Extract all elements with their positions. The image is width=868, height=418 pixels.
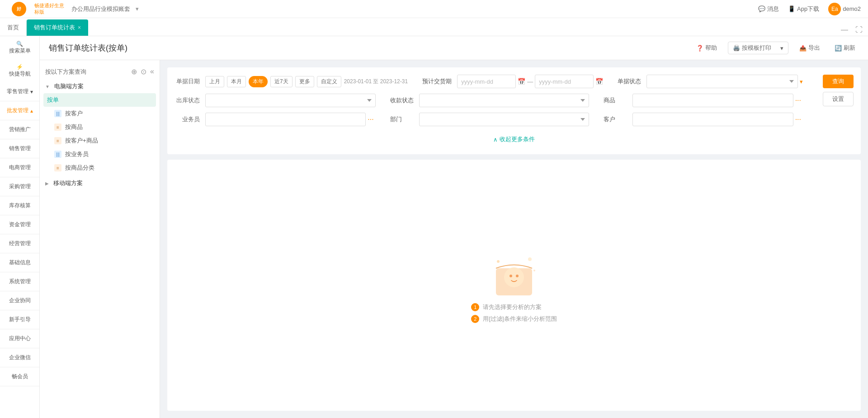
pc-scheme-label: 电脑端方案 [54,82,84,90]
goods-input[interactable] [632,94,793,107]
sidebar-retail-label: 零售管理 [7,88,28,95]
svg-point-6 [533,270,535,271]
svg-point-3 [516,275,519,277]
more-btn[interactable]: 更多 [295,76,314,87]
top-bar-right: 💬 消息 📱 App下载 Ea demo2 [758,3,861,15]
delivery-status-select[interactable] [205,94,376,107]
sidebar-inventory-label: 库存核算 [4,202,36,209]
status-select[interactable] [646,75,798,88]
svg-point-2 [509,275,512,277]
sidebar-item-quick-nav[interactable]: ⚡ 快捷导航 [0,59,39,82]
sidebar-operations-label: 经营管理 [4,240,36,247]
calendar-start-icon[interactable]: 📅 [518,78,525,85]
collapse-panel-icon[interactable]: « [150,67,154,76]
app-name-dropdown-icon[interactable]: ▾ [136,5,139,12]
sidebar-item-retail[interactable]: 零售管理 ▾ [0,82,39,101]
empty-hint-1: 1 请先选择要分析的方案 [471,303,557,311]
hint-num-1: 1 [471,303,479,311]
date-separator: — [527,78,533,85]
sidebar-item-ecommerce[interactable]: 电商管理 [0,158,39,177]
tab-home[interactable]: 首页 [0,19,27,36]
export-button[interactable]: 📤 导出 [796,42,824,54]
pc-scheme-title[interactable]: ▼ 电脑端方案 [40,80,160,93]
tab-active[interactable]: 销售订单统计表 × [27,19,88,36]
sidebar-item-enterprise[interactable]: 企业协同 [0,291,39,310]
sidebar-wholesale-label: 批发管理 [7,107,28,114]
curr-month-btn[interactable]: 本月 [227,76,246,87]
sidebar-item-member[interactable]: 畅会员 [0,367,39,386]
sidebar-item-wholesale[interactable]: 批发管理 ▴ [0,101,39,120]
goods-wrap: ··· [632,94,803,107]
analysis-panel-header: 按以下方案查询 ⊕ ⊙ « [40,66,160,80]
sidebar-item-system[interactable]: 系统管理 [0,272,39,291]
department-select[interactable] [419,113,590,126]
status-dropdown-icon[interactable]: ▾ [800,78,803,85]
sidebar-item-wechat[interactable]: 企业微信 [0,348,39,367]
active-scheme[interactable]: 按单 [43,93,156,107]
add-scheme-icon[interactable]: ⊕ [131,67,137,76]
this-year-btn[interactable]: 本年 [249,76,268,87]
sidebar-item-apps[interactable]: 应用中心 [0,329,39,348]
settings-button[interactable]: 设置 [823,92,854,106]
sidebar-item-tutorial[interactable]: 新手引导 [0,310,39,329]
expected-date-end[interactable] [535,75,594,88]
sidebar-enterprise-label: 企业协同 [4,297,36,304]
prev-month-btn[interactable]: 上月 [205,76,224,87]
customer-input[interactable] [632,113,793,126]
settings-scheme-icon[interactable]: ⊙ [141,67,146,76]
scheme-item-customer-goods[interactable]: ≡ 按客户+商品 [40,134,160,147]
scheme-goods-category-label: 按商品分类 [65,164,94,172]
user-menu[interactable]: Ea demo2 [828,3,861,15]
scheme-item-salesperson[interactable]: ||| 按业务员 [40,147,160,161]
query-button[interactable]: 查询 [823,75,854,88]
filter-area: 单据日期 上月 本月 本年 近7天 更多 自定义 2023-01-01 至 20… [167,67,861,154]
mobile-scheme-title[interactable]: ▶ 移动端方案 [40,176,160,190]
sidebar-item-operations[interactable]: 经营管理 [0,234,39,253]
page-title: 销售订单统计表(按单) [49,43,127,53]
refresh-button[interactable]: 🔄 刷新 [831,42,859,54]
status-select-wrap: ▾ [646,75,803,88]
sidebar-finance-label: 资金管理 [4,221,36,228]
sidebar-item-finance[interactable]: 资金管理 [0,215,39,234]
filter-row-1: 单据日期 上月 本月 本年 近7天 更多 自定义 2023-01-01 至 20… [175,75,854,88]
hint-text-1: 请先选择要分析的方案 [483,303,542,311]
print-dropdown-icon[interactable]: ▾ [776,43,788,53]
main-layout: 🔍 搜索菜单 ⚡ 快捷导航 零售管理 ▾ 批发管理 ▴ 营销推广 销售管理 电商… [0,36,868,418]
tab-minimize-icon[interactable]: — [839,24,850,36]
scheme-item-goods[interactable]: ≡ 按商品 [40,120,160,134]
sidebar-item-marketing[interactable]: 营销推广 [0,120,39,139]
scheme-goods-label: 按商品 [65,123,83,131]
help-button[interactable]: ❓ 帮助 [693,42,721,54]
message-button[interactable]: 💬 消息 [758,5,779,13]
custom-btn[interactable]: 自定义 [317,76,341,87]
print-button[interactable]: 🖨️ 按模板打印 [728,42,776,54]
scheme-item-goods-category[interactable]: ≡ 按商品分类 [40,161,160,175]
date-range-text: 2023-01-01 至 2023-12-31 [344,78,408,86]
download-icon: 📱 [788,5,795,12]
customer-more-btn[interactable]: ··· [793,115,803,124]
sidebar-item-purchase[interactable]: 采购管理 [0,177,39,196]
salesperson-input[interactable] [205,113,366,126]
sidebar-apps-label: 应用中心 [4,335,36,342]
tab-maximize-icon[interactable]: ⛶ [854,24,864,36]
goods-label: 商品 [604,96,627,104]
expected-date-start[interactable] [457,75,516,88]
download-button[interactable]: 📱 App下载 [788,5,819,13]
sidebar-item-basic-info[interactable]: 基础信息 [0,253,39,272]
payment-status-select[interactable] [419,94,590,107]
salesperson-more-btn[interactable]: ··· [366,115,375,124]
tab-close-icon[interactable]: × [78,24,81,31]
top-bar-left: 好 畅捷通好生意 标版 办公用品行业模拟账套 ▾ [7,1,139,17]
top-bar: 好 畅捷通好生意 标版 办公用品行业模拟账套 ▾ 💬 消息 📱 App下载 Ea… [0,0,868,18]
goods-more-btn[interactable]: ··· [793,96,803,104]
analysis-panel-icons: ⊕ ⊙ « [131,67,154,76]
collapse-bar[interactable]: ∧ 收起更多条件 [175,132,854,147]
sidebar-item-search[interactable]: 🔍 搜索菜单 [0,36,39,59]
export-icon: 📤 [799,45,807,52]
delivery-status-label: 出库状态 [175,96,200,104]
sidebar-item-sales[interactable]: 销售管理 [0,139,39,158]
sidebar-item-inventory[interactable]: 库存核算 [0,196,39,215]
calendar-end-icon[interactable]: 📅 [595,78,603,85]
7days-btn[interactable]: 近7天 [270,76,292,87]
scheme-item-customer[interactable]: ||| 按客户 [40,107,160,120]
